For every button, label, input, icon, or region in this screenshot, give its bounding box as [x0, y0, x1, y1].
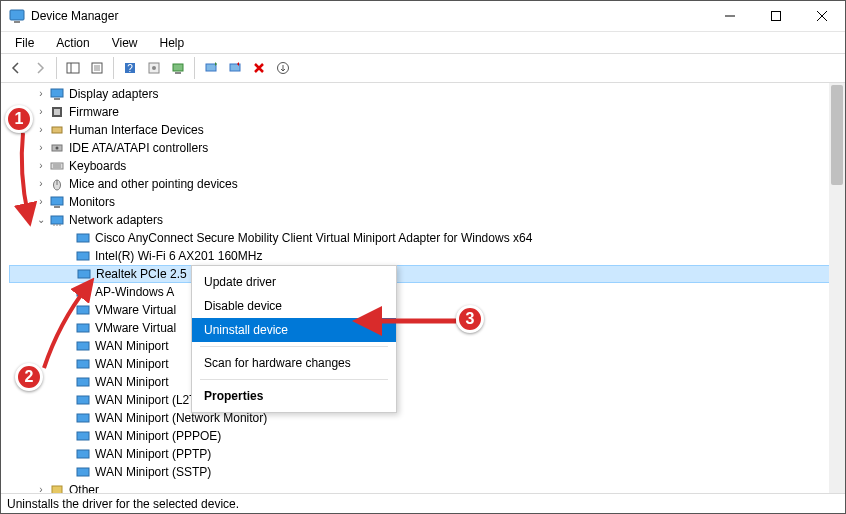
node-label: WAN Miniport (SSTP) — [95, 463, 211, 481]
svg-rect-33 — [51, 197, 63, 205]
network-item[interactable]: WAN Miniport — [9, 355, 841, 373]
monitor-icon — [49, 194, 65, 210]
context-menu: Update driver Disable device Uninstall d… — [191, 265, 397, 413]
menu-action[interactable]: Action — [52, 34, 93, 52]
node-label: VMware Virtual — [95, 319, 176, 337]
update-driver-button[interactable] — [200, 57, 222, 79]
network-item[interactable]: Intel(R) Wi-Fi 6 AX201 160MHz — [9, 247, 841, 265]
ide-icon — [49, 140, 65, 156]
node-monitors[interactable]: ›Monitors — [9, 193, 841, 211]
close-button[interactable] — [799, 1, 845, 31]
node-network-adapters[interactable]: ⌄Network adapters — [9, 211, 841, 229]
context-menu-update-driver[interactable]: Update driver — [192, 270, 396, 294]
network-item[interactable]: WAN Miniport (PPPOE) — [9, 427, 841, 445]
disable-device-button[interactable] — [224, 57, 246, 79]
svg-rect-53 — [52, 486, 62, 493]
network-item-selected[interactable]: Realtek PCIe 2.5 — [9, 265, 841, 283]
network-adapter-icon — [76, 266, 92, 282]
network-item[interactable]: WAN Miniport (Network Monitor) — [9, 409, 841, 427]
show-hide-tree-button[interactable] — [62, 57, 84, 79]
node-label: WAN Miniport (PPTP) — [95, 445, 211, 463]
tree-area: ›Display adapters ›Firmware ›Human Inter… — [1, 83, 845, 493]
svg-rect-48 — [77, 396, 89, 404]
toolbar: ? — [1, 53, 845, 83]
node-label: Other — [69, 481, 99, 493]
network-item[interactable]: Cisco AnyConnect Secure Mobility Client … — [9, 229, 841, 247]
add-legacy-button[interactable] — [272, 57, 294, 79]
node-other[interactable]: ›Other — [9, 481, 841, 493]
forward-button[interactable] — [29, 57, 51, 79]
chevron-right-icon: › — [35, 85, 47, 103]
status-text: Uninstalls the driver for the selected d… — [7, 497, 239, 511]
svg-rect-40 — [77, 252, 89, 260]
device-manager-window: Device Manager File Action View Help ? — [0, 0, 846, 514]
node-keyboards[interactable]: ›Keyboards — [9, 157, 841, 175]
help-button[interactable]: ? — [119, 57, 141, 79]
menu-help[interactable]: Help — [156, 34, 189, 52]
node-display-adapters[interactable]: ›Display adapters — [9, 85, 841, 103]
svg-rect-39 — [77, 234, 89, 242]
network-adapter-icon — [75, 374, 91, 390]
node-label: Keyboards — [69, 157, 126, 175]
vertical-scrollbar[interactable] — [829, 83, 845, 493]
annotation-arrow-3 — [361, 313, 461, 332]
hid-icon — [49, 122, 65, 138]
chevron-right-icon: › — [35, 481, 47, 493]
node-ide[interactable]: ›IDE ATA/ATAPI controllers — [9, 139, 841, 157]
svg-rect-6 — [67, 63, 79, 73]
node-label: Firmware — [69, 103, 119, 121]
node-label: WAN Miniport — [95, 355, 169, 373]
context-menu-scan[interactable]: Scan for hardware changes — [192, 351, 396, 375]
node-label: Intel(R) Wi-Fi 6 AX201 160MHz — [95, 247, 262, 265]
network-adapter-icon — [75, 428, 91, 444]
node-firmware[interactable]: ›Firmware — [9, 103, 841, 121]
svg-rect-0 — [10, 10, 24, 20]
svg-rect-50 — [77, 432, 89, 440]
back-button[interactable] — [5, 57, 27, 79]
network-item[interactable]: WAN Miniport (PPTP) — [9, 445, 841, 463]
svg-rect-24 — [54, 109, 60, 115]
svg-rect-49 — [77, 414, 89, 422]
statusbar: Uninstalls the driver for the selected d… — [1, 493, 845, 513]
network-adapter-icon — [49, 212, 65, 228]
network-adapter-icon — [75, 230, 91, 246]
svg-rect-25 — [52, 127, 62, 133]
node-label: Human Interface Devices — [69, 121, 204, 139]
context-menu-separator — [200, 346, 388, 347]
network-item[interactable]: WAN Miniport (SSTP) — [9, 463, 841, 481]
node-label: IDE ATA/ATAPI controllers — [69, 139, 208, 157]
node-mice[interactable]: ›Mice and other pointing devices — [9, 175, 841, 193]
uninstall-device-button[interactable] — [248, 57, 270, 79]
annotation-callout-1: 1 — [5, 105, 33, 133]
network-item[interactable]: AP-Windows A — [9, 283, 841, 301]
node-label: Realtek PCIe 2.5 — [96, 265, 187, 283]
network-item[interactable]: WAN Miniport (L2TP) — [9, 391, 841, 409]
svg-point-27 — [56, 147, 59, 150]
scan-hardware-button[interactable] — [167, 57, 189, 79]
node-label: Mice and other pointing devices — [69, 175, 238, 193]
mouse-icon — [49, 176, 65, 192]
node-label: WAN Miniport — [95, 337, 169, 355]
action-icon-button[interactable] — [143, 57, 165, 79]
node-hid[interactable]: ›Human Interface Devices — [9, 121, 841, 139]
device-tree[interactable]: ›Display adapters ›Firmware ›Human Inter… — [1, 83, 845, 493]
chevron-right-icon: › — [35, 103, 47, 121]
window-controls — [707, 1, 845, 31]
node-label: WAN Miniport (PPPOE) — [95, 427, 221, 445]
svg-rect-22 — [54, 98, 60, 100]
node-label: Monitors — [69, 193, 115, 211]
svg-rect-1 — [14, 21, 20, 23]
node-label: Display adapters — [69, 85, 158, 103]
maximize-button[interactable] — [753, 1, 799, 31]
network-item[interactable]: WAN Miniport — [9, 373, 841, 391]
network-item[interactable]: WAN Miniport — [9, 337, 841, 355]
menu-view[interactable]: View — [108, 34, 142, 52]
menu-file[interactable]: File — [11, 34, 38, 52]
properties-button[interactable] — [86, 57, 108, 79]
minimize-button[interactable] — [707, 1, 753, 31]
node-label: AP-Windows A — [95, 283, 174, 301]
context-menu-properties[interactable]: Properties — [192, 384, 396, 408]
node-label: Cisco AnyConnect Secure Mobility Client … — [95, 229, 532, 247]
svg-rect-17 — [175, 72, 181, 74]
annotation-callout-3: 3 — [456, 305, 484, 333]
